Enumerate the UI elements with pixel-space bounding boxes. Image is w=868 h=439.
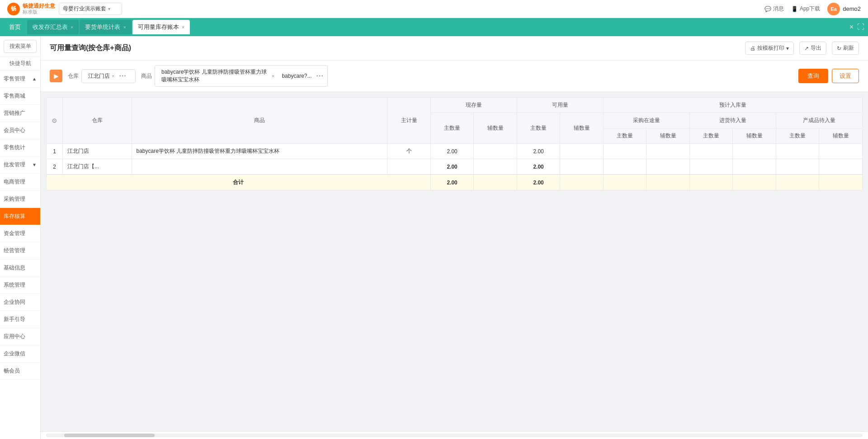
tab-order-label: 要货单统计表 [85, 23, 120, 31]
export-label: 导出 [811, 44, 821, 52]
warehouse-filter-input[interactable]: 江北门店 × ··· [81, 69, 136, 83]
logo-text: 畅捷通好生意 [23, 3, 55, 9]
message-button[interactable]: 💬 消息 [764, 5, 784, 13]
sidebar-item-enterprise[interactable]: 企业协同 [0, 294, 40, 311]
available-aux-header: 辅数量 [560, 113, 604, 144]
app-download-button[interactable]: 📱 App下载 [791, 5, 820, 13]
sidebar-item-newbie[interactable]: 新手引导 [0, 311, 40, 328]
tab-available-close[interactable]: × [182, 24, 184, 30]
sidebar-item-marketing-label: 营销推广 [4, 109, 25, 117]
product-filter-input[interactable]: babycare学饮杯 儿童防摔防撞吸管杯重力球吸嘴杯宝宝水杯 × babyca… [155, 65, 328, 87]
sidebar-item-inventory-label: 库存核算 [4, 212, 25, 220]
query-button[interactable]: 查询 [798, 69, 828, 83]
chevron-down-icon: ▾ [108, 6, 110, 11]
sidebar-item-retail[interactable]: 零售管理 ▲ [0, 71, 40, 88]
sum-available-main: 2.00 [517, 175, 560, 190]
tab-home[interactable]: 首页 [4, 20, 26, 34]
tab-receive[interactable]: 收发存汇总表 × [27, 20, 79, 34]
row-incoming-main [689, 159, 733, 175]
sidebar-item-finance[interactable]: 资金管理 [0, 225, 40, 242]
warehouse-col-header: 仓库 [63, 98, 132, 144]
warehouse-more-icon[interactable]: ··· [119, 72, 126, 80]
page-title: 可用量查询(按仓库+商品) [50, 43, 131, 53]
production-header: 产成品待入量 [776, 113, 862, 128]
sidebar-item-member[interactable]: 会员中心 [0, 122, 40, 139]
sidebar-item-ecommerce[interactable]: 电商管理 [0, 174, 40, 191]
sidebar-item-ecommerce-label: 电商管理 [4, 178, 25, 186]
sidebar-item-marketing[interactable]: 营销推广 [0, 105, 40, 122]
incoming-header: 进货待入量 [689, 113, 776, 128]
available-group-header: 可用量 [517, 98, 603, 113]
page-actions: 🖨 按模板打印 ▾ ↗ 导出 ↻ 刷新 [745, 42, 859, 55]
print-arrow-icon: ▾ [786, 45, 789, 52]
row-available-aux [560, 159, 604, 175]
tab-bar: 首页 收发存汇总表 × 要货单统计表 × 可用量库存账本 × × ⛶ [0, 18, 868, 36]
sum-label: 合计 [47, 175, 431, 190]
filter-toggle-button[interactable]: ▶ [50, 70, 62, 82]
tab-available[interactable]: 可用量库存账本 × [132, 20, 190, 34]
quick-nav-button[interactable]: 快捷导航 [0, 57, 40, 71]
sidebar-item-system[interactable]: 系统管理 [0, 277, 40, 294]
table-footer [41, 431, 868, 439]
row-unit [387, 159, 431, 175]
close-all-tabs-button[interactable]: × [849, 23, 854, 31]
sum-incoming-aux [733, 175, 776, 190]
sidebar-item-wholesale[interactable]: 批发管理 ▼ [0, 156, 40, 174]
horizontal-scrollbar-thumb[interactable] [64, 434, 155, 437]
download-icon: 📱 [791, 6, 798, 12]
filter-bar: ▶ 仓库 江北门店 × ··· 商品 babycare学饮杯 儿童防摔防撞吸管杯… [41, 61, 868, 92]
export-icon: ↗ [804, 45, 809, 52]
sidebar-item-retail-stats-label: 零售统计 [4, 144, 25, 151]
row-production-main [776, 144, 819, 159]
table-row: 2 江北门店【... 2.00 2.00 [47, 159, 863, 175]
refresh-icon: ↻ [837, 45, 841, 52]
sidebar-item-retail-stats[interactable]: 零售统计 [0, 139, 40, 156]
content-area: 可用量查询(按仓库+商品) 🖨 按模板打印 ▾ ↗ 导出 ↻ 刷新 ▶ [41, 36, 868, 439]
product-more-icon[interactable]: ··· [316, 72, 323, 80]
sidebar-item-member2[interactable]: 畅会员 [0, 363, 40, 380]
sidebar-item-purchase[interactable]: 采购管理 [0, 191, 40, 208]
sidebar-item-wechat[interactable]: 企业微信 [0, 345, 40, 363]
sidebar-item-operations[interactable]: 经营管理 [0, 242, 40, 260]
stock-main-header: 主数量 [430, 113, 474, 144]
search-menu-button[interactable]: 搜索菜单 [4, 40, 37, 53]
top-bar-right: 💬 消息 📱 App下载 Ea demo2 [764, 3, 861, 15]
store-selector[interactable]: 母婴行业演示账套 ▾ [59, 3, 122, 15]
horizontal-scrollbar-track[interactable] [46, 434, 863, 437]
tab-receive-close[interactable]: × [71, 24, 73, 30]
production-main-header: 主数量 [776, 128, 819, 144]
sidebar-item-inventory[interactable]: 库存核算 [0, 208, 40, 225]
print-button[interactable]: 🖨 按模板打印 ▾ [745, 42, 794, 55]
page-header: 可用量查询(按仓库+商品) 🖨 按模板打印 ▾ ↗ 导出 ↻ 刷新 [41, 36, 868, 61]
sidebar-item-basic[interactable]: 基础信息 [0, 260, 40, 277]
warehouse-tag-close[interactable]: × [112, 73, 114, 79]
tab-order[interactable]: 要货单统计表 × [80, 20, 131, 34]
sum-incoming-main [689, 175, 733, 190]
product-filter-group: 商品 babycare学饮杯 儿童防摔防撞吸管杯重力球吸嘴杯宝宝水杯 × bab… [141, 65, 328, 87]
download-label: App下载 [800, 5, 820, 13]
product-tag-close[interactable]: × [272, 73, 274, 79]
sidebar-item-appstore[interactable]: 应用中心 [0, 328, 40, 345]
refresh-button[interactable]: ↻ 刷新 [832, 42, 859, 55]
row-incoming-aux [733, 144, 776, 159]
sidebar-item-newbie-label: 新手引导 [4, 316, 25, 323]
maximize-button[interactable]: ⛶ [857, 23, 864, 31]
row-available-aux [560, 144, 604, 159]
product-tag2-value: babycare?... [282, 73, 311, 79]
export-button[interactable]: ↗ 导出 [799, 42, 826, 55]
table-settings-icon[interactable]: ⚙ [52, 117, 57, 124]
sidebar-item-retail-shop[interactable]: 零售商城 [0, 88, 40, 105]
row-stock-aux [474, 144, 517, 159]
row-stock-main: 2.00 [430, 159, 474, 175]
tab-order-close[interactable]: × [123, 24, 126, 30]
row-incoming-aux [733, 159, 776, 175]
user-menu[interactable]: Ea demo2 [827, 3, 861, 15]
row-index: 1 [47, 144, 63, 159]
incoming-main-header: 主数量 [689, 128, 733, 144]
sidebar-item-system-label: 系统管理 [4, 281, 25, 289]
sum-available-aux [560, 175, 604, 190]
row-incoming-main [689, 144, 733, 159]
row-product: babycare学饮杯 儿童防摔防撞吸管杯重力球吸嘴杯宝宝水杯 [132, 144, 387, 159]
filter-settings-button[interactable]: 设置 [832, 69, 859, 83]
production-aux-header: 辅数量 [819, 128, 863, 144]
